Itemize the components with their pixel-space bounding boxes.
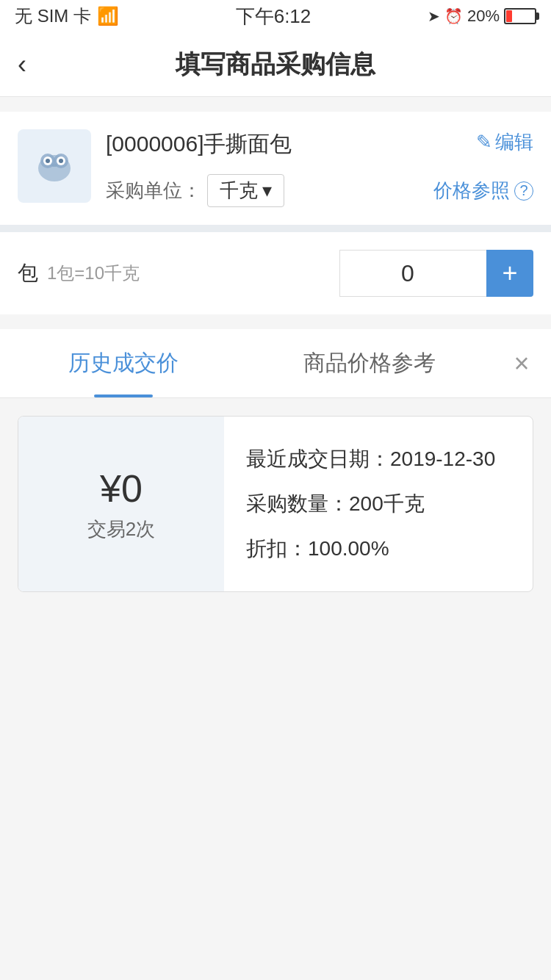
tab-price-ref-label: 商品价格参考 (303, 350, 436, 375)
quantity-input-area: + (339, 250, 533, 297)
quantity-plus-button[interactable]: + (486, 250, 533, 297)
price-ref-label: 价格参照 (433, 178, 510, 203)
price-display: ¥0 (100, 466, 143, 511)
wifi-icon: 📶 (97, 6, 119, 26)
svg-point-5 (46, 159, 50, 163)
unit-label-text: 采购单位： (106, 178, 201, 203)
tab-history-price[interactable]: 历史成交价 (0, 329, 246, 397)
tab-price-ref[interactable]: 商品价格参考 (246, 329, 492, 397)
carrier-label: 无 SIM 卡 (15, 4, 91, 28)
price-quantity-row: 采购数量：200千克 (246, 488, 511, 521)
battery-fill (506, 10, 512, 22)
alarm-icon: ⏰ (444, 7, 463, 25)
status-bar: 无 SIM 卡 📶 下午6:12 ➤ ⏰ 20% (0, 0, 551, 32)
section-divider (0, 225, 551, 232)
price-card: ¥0 交易2次 最近成交日期：2019-12-30 采购数量：200千克 折扣：… (18, 416, 533, 592)
edit-button[interactable]: ✎ 编辑 (476, 129, 533, 155)
price-card-left: ¥0 交易2次 (18, 417, 224, 591)
product-logo-icon (29, 140, 80, 192)
quantity-row: 包 1包=10千克 + (0, 232, 551, 314)
quantity-label: 采购数量： (246, 492, 349, 515)
product-header: [0000006]手撕面包 ✎ 编辑 (106, 129, 533, 159)
product-image (18, 129, 91, 203)
status-right: ➤ ⏰ 20% (428, 7, 536, 26)
discount-value: 100.00% (308, 537, 389, 560)
date-value: 2019-12-30 (390, 447, 495, 470)
price-discount-row: 折扣：100.00% (246, 533, 511, 566)
tab-close-button[interactable]: × (492, 334, 551, 394)
price-date-row: 最近成交日期：2019-12-30 (246, 443, 511, 476)
price-ref-button[interactable]: 价格参照 ? (433, 178, 533, 203)
discount-label: 折扣： (246, 537, 308, 560)
status-left: 无 SIM 卡 📶 (15, 4, 119, 28)
product-card: [0000006]手撕面包 ✎ 编辑 采购单位： 千克 ▾ 价格参照 ? (0, 112, 551, 225)
price-amount: 0 (121, 467, 143, 510)
nav-bar: ‹ 填写商品采购信息 (0, 32, 551, 97)
quantity-label-area: 包 1包=10千克 (18, 259, 140, 287)
edit-icon: ✎ (476, 131, 492, 154)
product-unit-row: 采购单位： 千克 ▾ 价格参照 ? (106, 174, 533, 207)
page-title: 填写商品采购信息 (176, 48, 375, 82)
battery-icon (504, 8, 536, 24)
battery-percent: 20% (467, 7, 500, 26)
help-icon: ? (514, 181, 533, 201)
unit-badge: 包 (18, 259, 38, 287)
price-symbol: ¥ (100, 467, 121, 510)
price-times: 交易2次 (87, 516, 155, 542)
product-info: [0000006]手撕面包 ✎ 编辑 采购单位： 千克 ▾ 价格参照 ? (106, 129, 533, 207)
tab-bar: 历史成交价 商品价格参考 × (0, 329, 551, 398)
location-icon: ➤ (428, 7, 440, 25)
unit-value: 千克 (220, 178, 258, 203)
tab-history-label: 历史成交价 (68, 350, 179, 375)
dropdown-icon: ▾ (262, 179, 272, 202)
quantity-input[interactable] (339, 250, 486, 297)
status-time: 下午6:12 (236, 4, 311, 29)
edit-label: 编辑 (495, 129, 533, 155)
quantity-value: 200千克 (349, 492, 425, 515)
svg-point-7 (51, 164, 57, 167)
unit-hint: 1包=10千克 (47, 262, 140, 285)
back-button[interactable]: ‹ (18, 49, 26, 80)
product-name: [0000006]手撕面包 (106, 129, 292, 159)
price-card-right: 最近成交日期：2019-12-30 采购数量：200千克 折扣：100.00% (224, 417, 533, 591)
date-label: 最近成交日期： (246, 447, 390, 470)
page-content: ¥0 交易2次 最近成交日期：2019-12-30 采购数量：200千克 折扣：… (0, 416, 551, 857)
unit-select[interactable]: 千克 ▾ (207, 174, 284, 207)
svg-point-6 (59, 159, 63, 163)
unit-label: 采购单位： 千克 ▾ (106, 174, 284, 207)
